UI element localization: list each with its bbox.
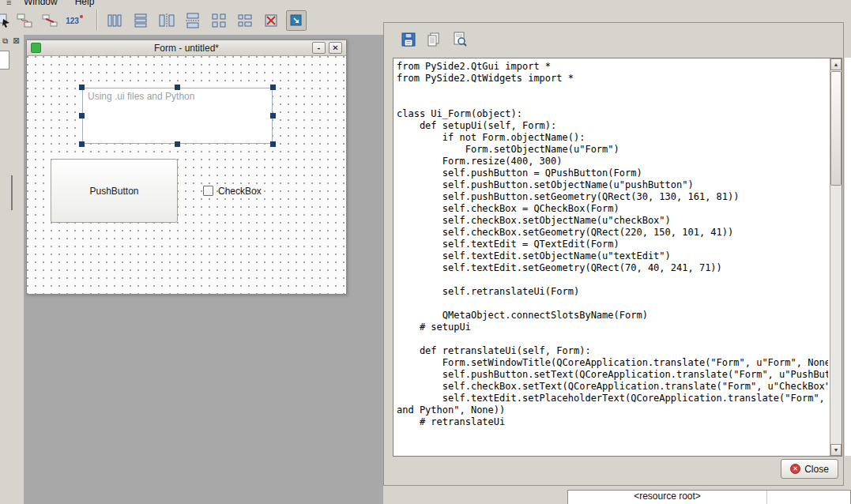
scroll-up-icon[interactable]: ▲	[830, 58, 842, 70]
close-button-icon: ✕	[790, 464, 800, 474]
dock-float-icon[interactable]: ⧉	[0, 36, 10, 46]
edit-buddies-icon[interactable]	[40, 10, 60, 31]
lay-out-in-form-layout-icon[interactable]	[235, 10, 255, 31]
lay-out-horizontally-icon[interactable]	[104, 10, 125, 31]
find-icon[interactable]	[450, 30, 469, 49]
selection-handle-top-middle[interactable]	[175, 85, 180, 90]
tab-order-digits: 123	[66, 17, 79, 25]
selection-handle-bottom-left[interactable]	[79, 141, 85, 147]
dock-filter-field-fragment[interactable]	[0, 51, 9, 70]
qt-designer-screen: ≡ Window Help 123	[0, 0, 851, 504]
lay-out-in-grid-icon[interactable]	[209, 10, 229, 31]
checkbox-widget[interactable]: CheckBox	[201, 175, 281, 207]
checkbox-label: CheckBox	[218, 186, 262, 197]
lay-out-horizontally-in-splitter-icon[interactable]	[156, 10, 177, 31]
toolbar-separator	[96, 9, 98, 31]
resource-browser-fragment: <resource root>	[567, 490, 851, 504]
copy-glyph	[425, 31, 442, 48]
resource-root-item[interactable]: <resource root>	[568, 491, 767, 504]
break-layout-glyph	[262, 12, 280, 29]
minimize-button[interactable]: -	[312, 42, 326, 54]
edit-buddies-glyph	[41, 12, 58, 29]
scroll-down-icon[interactable]: ▼	[830, 444, 842, 456]
selection-handle-bottom-middle[interactable]	[175, 141, 180, 147]
form-canvas[interactable]: Using .ui files and Python PushButton Ch…	[27, 56, 346, 294]
edit-signals-slots-icon[interactable]	[14, 10, 35, 31]
selection-handle-bottom-right[interactable]	[270, 141, 276, 147]
menu-window[interactable]: Window	[24, 0, 58, 7]
edit-signals-slots-glyph	[16, 12, 33, 29]
lay-out-horizontally-glyph	[106, 12, 123, 29]
lay-out-grid-glyph	[210, 12, 228, 29]
save-icon[interactable]	[399, 30, 418, 49]
view-code-dialog: from PySide2.QtGui import * from PySide2…	[383, 22, 844, 486]
lay-out-form-glyph	[236, 12, 254, 29]
selection-handle-middle-left[interactable]	[79, 113, 85, 118]
generated-python-code[interactable]: from PySide2.QtGui import * from PySide2…	[397, 61, 828, 454]
close-button-label: Close	[804, 464, 829, 475]
copy-icon[interactable]	[424, 30, 443, 49]
lay-out-h-splitter-glyph	[158, 12, 175, 29]
pushbutton-widget[interactable]: PushButton	[51, 159, 178, 223]
lay-out-vertically-in-splitter-icon[interactable]	[183, 10, 203, 31]
lay-out-vertically-icon[interactable]	[130, 10, 151, 31]
textedit-placeholder[interactable]: Using .ui files and Python	[82, 88, 273, 144]
adjust-size-glyph	[288, 12, 305, 29]
designer-form-icon	[31, 43, 41, 53]
menu-overflow-icon[interactable]: ≡	[6, 0, 11, 7]
scrollbar-thumb[interactable]	[830, 71, 842, 186]
textedit-widget[interactable]: Using .ui files and Python	[82, 88, 273, 144]
adjust-size-icon[interactable]	[286, 10, 307, 31]
form-window: Form - untitled* - ✕ Using .ui files and…	[26, 39, 347, 295]
checkbox-indicator[interactable]	[203, 186, 213, 196]
right-edge-white-fragment	[845, 58, 851, 456]
edit-widgets-glyph	[0, 12, 13, 29]
find-glyph	[451, 31, 469, 48]
close-window-button[interactable]: ✕	[329, 42, 342, 54]
left-dock-fragment: ⧉ ⊠	[0, 35, 24, 504]
form-titlebar[interactable]: Form - untitled* - ✕	[27, 40, 346, 56]
menu-help[interactable]: Help	[75, 0, 95, 7]
edit-widgets-icon[interactable]	[0, 10, 14, 31]
form-window-title: Form - untitled*	[27, 43, 346, 54]
selection-handle-top-right[interactable]	[270, 85, 276, 90]
edit-tab-order-icon[interactable]: 123	[65, 10, 85, 31]
lay-out-v-splitter-glyph	[184, 12, 201, 29]
save-glyph	[400, 31, 417, 48]
code-vertical-scrollbar[interactable]: ▲ ▼	[830, 58, 842, 456]
selection-handle-top-left[interactable]	[79, 85, 85, 90]
close-button[interactable]: ✕ Close	[781, 459, 838, 479]
code-view[interactable]: from PySide2.QtGui import * from PySide2…	[393, 58, 842, 457]
tab-order-glyph	[79, 12, 85, 29]
selection-handle-middle-right[interactable]	[270, 113, 276, 118]
break-layout-icon[interactable]	[261, 10, 281, 31]
lay-out-vertically-glyph	[132, 12, 149, 29]
dock-close-icon[interactable]: ⊠	[11, 36, 21, 46]
menubar: Window Help	[24, 0, 94, 7]
dock-scrollbar-fragment[interactable]	[11, 175, 13, 210]
